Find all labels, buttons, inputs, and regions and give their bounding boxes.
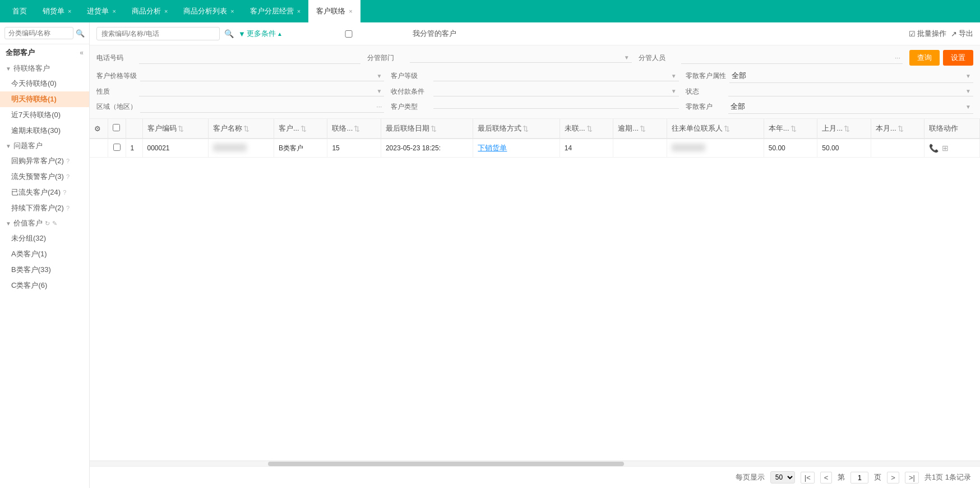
- region-more-icon[interactable]: ···: [376, 103, 382, 111]
- sidebar-item-lost[interactable]: 流失预警客户(3) ?: [0, 169, 89, 185]
- sort-overdue-icon[interactable]: ⇅: [640, 125, 646, 133]
- nav-analysis[interactable]: 商品分析 ×: [124, 0, 175, 22]
- sidebar-item-b-class[interactable]: B类客户(33): [0, 262, 89, 278]
- nature-select[interactable]: ▼: [139, 86, 384, 96]
- row-select-checkbox[interactable]: [113, 144, 121, 151]
- help-icon-churned[interactable]: ?: [63, 189, 66, 196]
- nav-purchase[interactable]: 进货单 ×: [79, 0, 123, 22]
- sort-tmonth-icon[interactable]: ⇅: [898, 125, 904, 133]
- sidebar-group-pending-contact[interactable]: 待联络客户: [0, 61, 89, 76]
- sort-year-icon[interactable]: ⇅: [791, 125, 797, 133]
- close-analysis-icon[interactable]: ×: [164, 8, 168, 15]
- filter-customer-level: 客户等级 ▼: [391, 71, 678, 81]
- sidebar-item-today[interactable]: 今天待联络(0): [0, 76, 89, 91]
- close-customer-contact-icon[interactable]: ×: [349, 8, 352, 15]
- nav-analysis-list[interactable]: 商品分析列表 ×: [175, 0, 242, 22]
- manage-personnel-select[interactable]: ···: [681, 52, 903, 64]
- next-page-btn[interactable]: >: [887, 472, 899, 484]
- sidebar-item-a-class[interactable]: A类客户(1): [0, 246, 89, 262]
- search-input[interactable]: [96, 27, 220, 40]
- help-icon-continuous-down[interactable]: ?: [66, 205, 70, 211]
- phone-action-icon[interactable]: 📞: [929, 144, 939, 153]
- sidebar-item-unclassified[interactable]: 未分组(32): [0, 231, 89, 246]
- last-page-btn[interactable]: >|: [905, 472, 919, 484]
- filter-row-2: 客户价格等级 ▼ 客户等级 ▼ 零散客户属性 全部: [96, 69, 973, 83]
- sidebar-group-value-customers[interactable]: 价值客户 ↻ ✎: [0, 216, 89, 231]
- col-gear: ⚙: [90, 119, 108, 139]
- col-not-contact: 未联... ⇅: [560, 119, 613, 139]
- sidebar-search-icon[interactable]: 🔍: [76, 29, 85, 38]
- close-customer-segment-icon[interactable]: ×: [297, 8, 301, 15]
- col-overdue: 逾期... ⇅: [613, 119, 667, 139]
- row-contact-action: 📞 ⊞: [924, 139, 980, 158]
- set-button[interactable]: 设置: [943, 50, 973, 66]
- manage-personnel-more-icon[interactable]: ···: [895, 54, 900, 62]
- sort-name-icon[interactable]: ⇅: [243, 125, 249, 133]
- nav-home[interactable]: 首页: [4, 0, 35, 22]
- help-icon-repurchase[interactable]: ?: [66, 158, 70, 164]
- nav-customer-segment[interactable]: 客户分层经营 ×: [242, 0, 308, 22]
- help-icon-lost[interactable]: ?: [66, 173, 70, 180]
- sort-date-icon[interactable]: ⇅: [431, 125, 437, 133]
- col-customer-type: 客户... ⇅: [274, 119, 327, 139]
- prev-page-btn[interactable]: <: [820, 472, 833, 484]
- grid-action-icon[interactable]: ⊞: [942, 144, 949, 153]
- value-customers-edit-icon[interactable]: ✎: [52, 220, 57, 227]
- sidebar-item-week[interactable]: 近7天待联络(0): [0, 107, 89, 123]
- sidebar-item-c-class[interactable]: C类客户(6): [0, 278, 89, 293]
- sidebar-group-problem-customers[interactable]: 问题客户: [0, 139, 89, 153]
- filter-manage-dept: 分管部门 ▼: [367, 53, 631, 63]
- status-select[interactable]: ▼: [728, 86, 973, 96]
- retail-attribute-select[interactable]: 全部 ▼: [729, 69, 973, 83]
- value-customers-refresh-icon[interactable]: ↻: [45, 220, 50, 227]
- row-last-contact-method[interactable]: 下销货单: [473, 139, 560, 158]
- close-purchase-icon[interactable]: ×: [112, 8, 115, 15]
- sort-lmonth-icon[interactable]: ⇅: [844, 125, 850, 133]
- payment-terms-select[interactable]: ▼: [433, 86, 678, 96]
- more-filters-btn[interactable]: ▼ 更多条件 ▲: [238, 29, 283, 39]
- customer-level-select[interactable]: ▼: [433, 71, 678, 81]
- region-select[interactable]: ···: [140, 101, 384, 113]
- filter-customer-type: 客户类型: [391, 102, 678, 112]
- row-checkbox: [108, 139, 126, 158]
- sidebar-all-customers[interactable]: 全部客户 «: [0, 44, 89, 61]
- query-button[interactable]: 查询: [909, 50, 940, 66]
- close-analysis-list-icon[interactable]: ×: [230, 8, 234, 15]
- nav-sales[interactable]: 销货单 ×: [35, 0, 79, 22]
- phone-input[interactable]: [139, 52, 360, 64]
- retail-attribute-down-icon: ▼: [965, 73, 971, 79]
- advanced-filter: 电话号码 分管部门 ▼ 分管人员 ···: [90, 45, 980, 119]
- manage-dept-select[interactable]: ▼: [410, 53, 631, 63]
- sort-code-icon[interactable]: ⇅: [178, 125, 184, 133]
- sidebar-item-overdue[interactable]: 逾期未联络(30): [0, 123, 89, 139]
- customer-type-select[interactable]: [433, 105, 678, 109]
- sidebar-search-input[interactable]: [4, 27, 73, 39]
- my-customers-checkbox[interactable]: [287, 30, 410, 38]
- row-name[interactable]: [208, 139, 274, 158]
- sidebar-item-repurchase-abnormal[interactable]: 回购异常客户(2) ?: [0, 153, 89, 169]
- nav-customer-contact[interactable]: 客户联络 ×: [308, 0, 360, 22]
- page-input[interactable]: [850, 472, 868, 484]
- sort-notcontact-icon[interactable]: ⇅: [586, 125, 593, 133]
- sort-method-icon[interactable]: ⇅: [523, 125, 529, 133]
- col-last-contact-method: 最后联络方式 ⇅: [473, 119, 560, 139]
- batch-operation-btn[interactable]: ☑ 批量操作: [909, 29, 946, 39]
- customer-level-down-icon: ▼: [671, 73, 677, 79]
- select-all-checkbox[interactable]: [113, 124, 120, 131]
- close-sales-icon[interactable]: ×: [68, 8, 71, 15]
- sidebar-item-continuous-down[interactable]: 持续下滑客户(2) ?: [0, 200, 89, 216]
- export-btn[interactable]: ↗ 导出: [951, 29, 973, 39]
- horizontal-scrollbar[interactable]: [90, 461, 980, 466]
- sort-type-icon[interactable]: ⇅: [301, 125, 307, 133]
- first-page-btn[interactable]: |<: [801, 472, 815, 484]
- retail-customer-select[interactable]: 全部 ▼: [728, 100, 973, 114]
- search-button-icon[interactable]: 🔍: [224, 29, 234, 38]
- per-page-select[interactable]: 50: [770, 471, 795, 484]
- sort-contacts-icon[interactable]: ⇅: [354, 125, 360, 133]
- sidebar-item-churned[interactable]: 已流失客户(24) ?: [0, 185, 89, 200]
- sort-unit-icon[interactable]: ⇅: [724, 125, 730, 133]
- price-level-select[interactable]: ▼: [140, 71, 384, 81]
- gear-icon[interactable]: ⚙: [94, 125, 101, 133]
- sidebar-item-tomorrow[interactable]: 明天待联络(1): [0, 91, 89, 107]
- data-table-area: ⚙ 客户编码 ⇅: [90, 119, 980, 461]
